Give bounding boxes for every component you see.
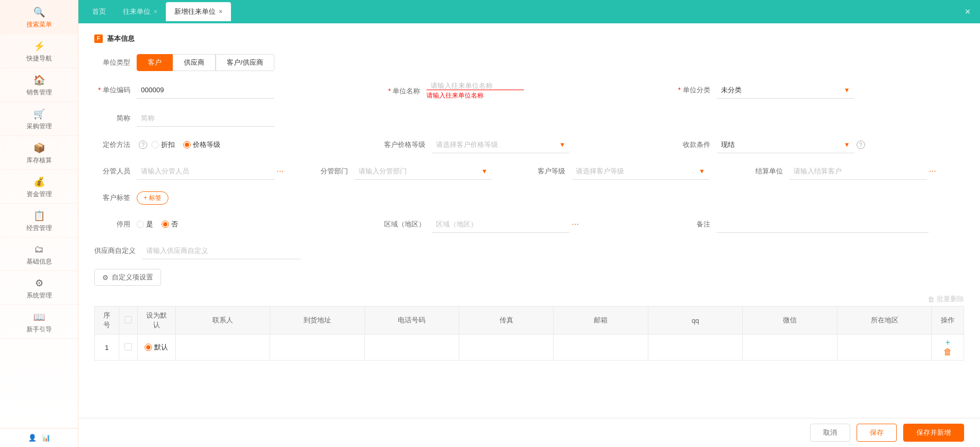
unit-code-input[interactable] xyxy=(137,82,274,99)
tab-counterparty-label: 往来单位 xyxy=(123,7,150,16)
tab-counterparty-close[interactable]: × xyxy=(154,8,157,15)
row-phone-input[interactable] xyxy=(370,344,453,352)
unit-code-label: 单位编码 xyxy=(94,82,137,99)
gear-icon: ⚙ xyxy=(102,274,109,282)
remark-input[interactable] xyxy=(717,216,929,233)
disabled-no-radio[interactable]: 否 xyxy=(162,220,178,229)
tab-new-counterparty-close[interactable]: × xyxy=(219,8,222,15)
unit-category-value: 未分类 xyxy=(721,85,742,95)
payment-terms-select[interactable]: 现结 ▼ xyxy=(717,136,854,153)
window-close-button[interactable]: × xyxy=(960,6,975,17)
row-location[interactable] xyxy=(837,335,931,361)
save-button[interactable]: 保存 xyxy=(857,424,897,442)
row-contact-input[interactable] xyxy=(181,344,264,352)
row-fax-input[interactable] xyxy=(465,344,548,352)
customer-price-level-arrow-icon: ▼ xyxy=(559,141,565,148)
row-qq-input[interactable] xyxy=(654,344,737,352)
supervisor-field: 分管人员 ··· xyxy=(94,163,312,180)
row-email-input[interactable] xyxy=(559,344,642,352)
supervisor-label: 分管人员 xyxy=(94,163,137,180)
unit-name-error: 请输入往来单位名称 xyxy=(426,91,524,100)
sidebar-item-system[interactable]: ⚙ 系统管理 xyxy=(0,271,78,305)
unit-type-both-btn[interactable]: 客户/供应商 xyxy=(216,54,274,71)
row-phone[interactable] xyxy=(364,335,459,361)
disabled-yes-radio[interactable]: 是 xyxy=(137,220,153,229)
settlement-unit-input[interactable] xyxy=(789,163,927,180)
sidebar-item-inventory[interactable]: 📦 库存核算 xyxy=(0,136,78,170)
sidebar-item-base-info[interactable]: 🗂 基础信息 xyxy=(0,238,78,271)
row-address-input[interactable] xyxy=(275,344,359,352)
sidebar-item-finance[interactable]: 💰 资金管理 xyxy=(0,170,78,204)
col-phone: 电话号码 xyxy=(364,306,459,335)
settlement-unit-more-icon[interactable]: ··· xyxy=(927,166,938,176)
cancel-button[interactable]: 取消 xyxy=(810,424,850,442)
settlement-unit-field: 结算单位 ··· xyxy=(747,163,965,180)
row-qq[interactable] xyxy=(648,335,743,361)
pricing-discount-radio[interactable]: 折扣 xyxy=(152,140,175,150)
unit-type-customer-btn[interactable]: 客户 xyxy=(137,54,173,71)
abbr-input[interactable] xyxy=(137,110,274,127)
section-flag-icon: F xyxy=(94,34,103,43)
sidebar-item-purchase-label: 采购管理 xyxy=(26,122,52,131)
row-location-input[interactable] xyxy=(843,344,926,352)
row-default-radio[interactable]: 默认 xyxy=(143,343,170,352)
supplier-custom-input[interactable] xyxy=(142,242,301,259)
purchase-icon: 🛒 xyxy=(33,108,45,120)
header-checkbox[interactable] xyxy=(124,316,132,323)
section-title: F 基本信息 xyxy=(94,34,964,43)
sidebar-item-search[interactable]: 🔍 搜索菜单 xyxy=(0,0,78,34)
department-arrow-icon: ▼ xyxy=(482,168,488,175)
save-new-button[interactable]: 保存并新增 xyxy=(903,424,964,442)
disabled-radios: 是 否 xyxy=(137,216,178,233)
add-tag-button[interactable]: + 标签 xyxy=(137,191,168,205)
pricing-level-radio[interactable]: 价格等级 xyxy=(183,140,220,150)
custom-settings-label: 自定义项设置 xyxy=(112,273,153,282)
row-checkbox-input[interactable] xyxy=(124,343,132,350)
region-more-icon[interactable]: ··· xyxy=(569,220,581,229)
tab-counterparty[interactable]: 往来单位 × xyxy=(114,2,166,21)
customer-price-level-select[interactable]: 请选择客户价格等级 ▼ xyxy=(432,136,569,153)
form-row-1: 单位编码 单位名称 请输入往来单位名称 单位分类 未分类 ▼ xyxy=(94,82,964,100)
department-placeholder: 请输入分管部门 xyxy=(359,166,407,176)
row-default-label: 默认 xyxy=(154,343,168,352)
disabled-yes-circle xyxy=(137,221,144,228)
col-checkbox xyxy=(119,306,138,335)
sidebar-item-base-info-label: 基础信息 xyxy=(26,257,52,266)
sidebar-item-guide[interactable]: 📖 新手引导 xyxy=(0,305,78,339)
row-fax[interactable] xyxy=(459,335,553,361)
unit-name-input[interactable] xyxy=(426,82,524,90)
row-contact[interactable] xyxy=(175,335,270,361)
row-delete-icon[interactable]: 🗑 xyxy=(942,347,954,356)
pricing-discount-label: 折扣 xyxy=(161,140,175,150)
tab-new-counterparty[interactable]: 新增往来单位 × xyxy=(166,2,231,21)
row-add-icon[interactable]: + xyxy=(943,338,951,347)
tab-bar: 首页 往来单位 × 新增往来单位 × × xyxy=(78,0,980,23)
unit-type-row: 单位类型 客户 供应商 客户/供应商 xyxy=(94,54,964,71)
row-email[interactable] xyxy=(554,335,648,361)
abbr-field: 简称 xyxy=(94,110,964,127)
sidebar-item-quick-nav[interactable]: ⚡ 快捷导航 xyxy=(0,34,78,68)
department-select[interactable]: 请输入分管部门 ▼ xyxy=(354,163,492,180)
col-email: 邮箱 xyxy=(554,306,648,335)
unit-type-supplier-btn[interactable]: 供应商 xyxy=(173,54,216,71)
pricing-help-icon[interactable]: ? xyxy=(139,141,147,149)
batch-delete-label[interactable]: 批量删除 xyxy=(937,294,964,304)
pricing-level-label: 价格等级 xyxy=(193,140,220,150)
sidebar-item-operations[interactable]: 📋 经营管理 xyxy=(0,204,78,238)
customer-level-field: 客户等级 请选择客户等级 ▼ xyxy=(529,163,747,180)
form-row-disabled: 停用 是 否 区域（地区） ··· 备注 xyxy=(94,216,964,233)
unit-category-select[interactable]: 未分类 ▼ xyxy=(717,82,854,99)
row-address[interactable] xyxy=(270,335,364,361)
sidebar-item-purchase[interactable]: 🛒 采购管理 xyxy=(0,102,78,136)
customer-level-select[interactable]: 请选择客户等级 ▼ xyxy=(572,163,709,180)
custom-settings-button[interactable]: ⚙ 自定义项设置 xyxy=(94,269,161,286)
sidebar-item-sales[interactable]: 🏠 销售管理 xyxy=(0,68,78,102)
supervisor-input[interactable] xyxy=(137,163,274,180)
payment-terms-help-icon[interactable]: ? xyxy=(857,141,865,149)
supervisor-more-icon[interactable]: ··· xyxy=(274,166,286,176)
tab-home[interactable]: 首页 xyxy=(84,2,114,21)
row-wechat[interactable] xyxy=(743,335,837,361)
row-wechat-input[interactable] xyxy=(748,344,831,352)
region-input[interactable] xyxy=(432,216,569,233)
sales-icon: 🏠 xyxy=(33,74,45,86)
